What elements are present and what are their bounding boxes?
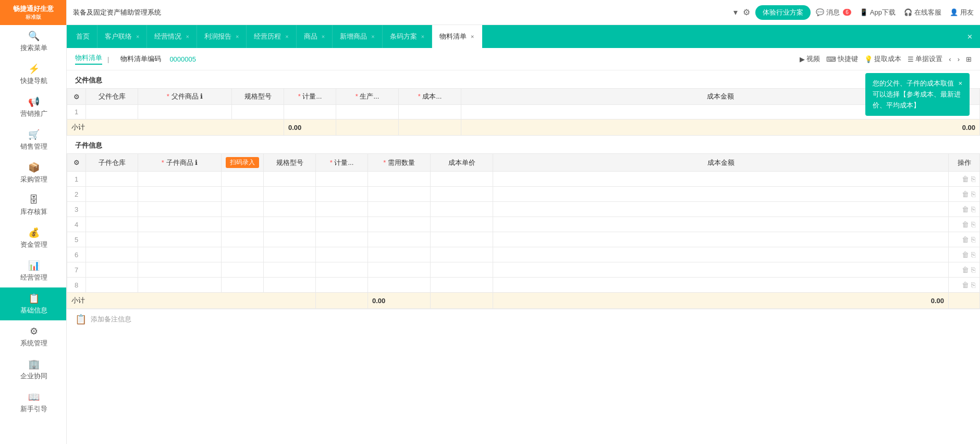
nav-tab-close-goods[interactable]: × — [322, 33, 325, 40]
scan-btn[interactable]: 扫码录入 — [226, 157, 259, 168]
child-row-6-unit[interactable] — [316, 247, 368, 262]
close-page-btn[interactable]: ✕ — [962, 33, 978, 41]
sidebar-item-operations[interactable]: 📊经营管理 — [0, 255, 66, 287]
child-row-3-warehouse[interactable] — [86, 202, 138, 217]
child-row-1-qty[interactable] — [368, 172, 431, 187]
sidebar-item-marketing[interactable]: 📢营销推广 — [0, 91, 66, 124]
child-row-3-copy-icon[interactable]: ⎘ — [971, 205, 975, 213]
nav-tab-customer[interactable]: 客户联络× — [97, 25, 147, 48]
sidebar-item-sales[interactable]: 🛒销售管理 — [0, 124, 66, 157]
parent-row-1-unit[interactable] — [284, 105, 336, 119]
nav-grid-icon[interactable]: ⊞ — [966, 55, 972, 63]
child-row-4-spec[interactable] — [264, 217, 316, 232]
child-row-1-goods[interactable] — [138, 172, 222, 187]
nav-tab-home[interactable]: 首页 — [69, 25, 97, 48]
nav-tab-close-barcode[interactable]: × — [421, 33, 424, 40]
nav-tab-close-customer[interactable]: × — [136, 33, 139, 40]
child-row-4-qty[interactable] — [368, 217, 431, 232]
child-row-8-warehouse[interactable] — [86, 278, 138, 293]
nav-tab-barcode[interactable]: 条码方案× — [383, 25, 432, 48]
note-label[interactable]: 添加备注信息 — [91, 315, 131, 324]
child-row-6-unit-cost[interactable] — [431, 247, 493, 262]
child-row-7-unit[interactable] — [316, 262, 368, 278]
child-row-5-spec[interactable] — [264, 232, 316, 247]
child-row-8-goods[interactable] — [138, 278, 222, 293]
child-row-7-spec[interactable] — [264, 262, 316, 278]
parent-row-1-warehouse[interactable] — [86, 105, 138, 119]
child-row-8-unit[interactable] — [316, 278, 368, 293]
child-row-2-goods[interactable] — [138, 187, 222, 202]
sidebar-item-inventory[interactable]: 🗄库存核算 — [0, 189, 66, 222]
child-row-4-unit-cost[interactable] — [431, 217, 493, 232]
child-row-7-cost-amount[interactable] — [493, 262, 949, 278]
child-row-8-copy-icon[interactable]: ⎘ — [971, 281, 975, 289]
child-row-2-qty[interactable] — [368, 187, 431, 202]
child-row-8-cost-amount[interactable] — [493, 278, 949, 293]
nav-tab-bom[interactable]: 物料清单× — [432, 25, 482, 48]
child-row-1-cost-amount[interactable] — [493, 172, 949, 187]
child-row-4-unit[interactable] — [316, 217, 368, 232]
child-row-4-goods[interactable] — [138, 217, 222, 232]
child-row-3-unit[interactable] — [316, 202, 368, 217]
child-row-6-spec[interactable] — [264, 247, 316, 262]
child-row-2-copy-icon[interactable]: ⎘ — [971, 190, 975, 198]
app-download-action[interactable]: 📱 App下载 — [860, 8, 896, 17]
child-row-6-delete-icon[interactable]: 🗑 — [962, 250, 969, 259]
child-row-3-unit-cost[interactable] — [431, 202, 493, 217]
child-row-2-unit[interactable] — [316, 187, 368, 202]
child-row-8-unit-cost[interactable] — [431, 278, 493, 293]
child-row-7-goods[interactable] — [138, 262, 222, 278]
view-action[interactable]: ▶ 视频 — [800, 54, 820, 64]
child-row-1-warehouse[interactable] — [86, 172, 138, 187]
trial-button[interactable]: 体验行业方案 — [755, 5, 811, 20]
settings-dropdown-icon[interactable]: ▾ — [733, 7, 738, 17]
sidebar-item-purchase[interactable]: 📦采购管理 — [0, 157, 66, 189]
child-row-3-goods[interactable] — [138, 202, 222, 217]
child-row-5-delete-icon[interactable]: 🗑 — [962, 235, 969, 244]
child-row-1-unit-cost[interactable] — [431, 172, 493, 187]
nav-tab-close-business[interactable]: × — [186, 33, 189, 40]
nav-arrow-right[interactable]: › — [958, 55, 960, 63]
nav-tab-close-bom[interactable]: × — [471, 33, 474, 40]
cost-action[interactable]: 💡 提取成本 — [864, 54, 901, 64]
child-row-5-warehouse[interactable] — [86, 232, 138, 247]
child-row-3-qty[interactable] — [368, 202, 431, 217]
child-row-5-qty[interactable] — [368, 232, 431, 247]
parent-row-1-producer[interactable] — [336, 105, 399, 119]
child-row-7-copy-icon[interactable]: ⎘ — [971, 266, 975, 274]
child-row-4-warehouse[interactable] — [86, 217, 138, 232]
child-row-8-spec[interactable] — [264, 278, 316, 293]
user-action[interactable]: 👤 用友 — [950, 8, 974, 17]
tooltip-close-btn[interactable]: × — [958, 78, 962, 89]
single-setting-action[interactable]: ☰ 单据设置 — [908, 54, 942, 64]
child-th-settings[interactable]: ⚙ — [67, 154, 86, 172]
child-row-6-copy-icon[interactable]: ⎘ — [971, 250, 975, 259]
nav-tab-business[interactable]: 经营情况× — [147, 25, 197, 48]
child-row-2-delete-icon[interactable]: 🗑 — [962, 190, 969, 198]
message-action[interactable]: 💬 消息 6 — [816, 8, 851, 17]
nav-tab-new-goods[interactable]: 新增商品× — [333, 25, 382, 48]
child-row-3-spec[interactable] — [264, 202, 316, 217]
child-row-2-unit-cost[interactable] — [431, 187, 493, 202]
sidebar-item-finance[interactable]: 💰资金管理 — [0, 222, 66, 255]
child-row-8-delete-icon[interactable]: 🗑 — [962, 281, 969, 289]
parent-row-1-cost[interactable] — [399, 105, 461, 119]
sub-nav-bom-list[interactable]: 物料清单 — [75, 53, 102, 65]
child-row-3-cost-amount[interactable] — [493, 202, 949, 217]
child-row-5-unit[interactable] — [316, 232, 368, 247]
child-row-2-spec[interactable] — [264, 187, 316, 202]
child-row-6-warehouse[interactable] — [86, 247, 138, 262]
child-row-6-cost-amount[interactable] — [493, 247, 949, 262]
child-row-5-unit-cost[interactable] — [431, 232, 493, 247]
nav-tab-history[interactable]: 经营历程× — [247, 25, 296, 48]
child-row-6-goods[interactable] — [138, 247, 222, 262]
nav-arrow-left[interactable]: ‹ — [949, 55, 951, 63]
sidebar-item-enterprise[interactable]: 🏢企业协同 — [0, 353, 66, 386]
child-row-5-cost-amount[interactable] — [493, 232, 949, 247]
parent-row-1-spec[interactable] — [232, 105, 284, 119]
sidebar-item-basic-info[interactable]: 📋基础信息 — [0, 287, 66, 320]
child-row-4-cost-amount[interactable] — [493, 217, 949, 232]
child-row-7-warehouse[interactable] — [86, 262, 138, 278]
nav-tab-close-history[interactable]: × — [285, 33, 288, 40]
child-row-2-cost-amount[interactable] — [493, 187, 949, 202]
